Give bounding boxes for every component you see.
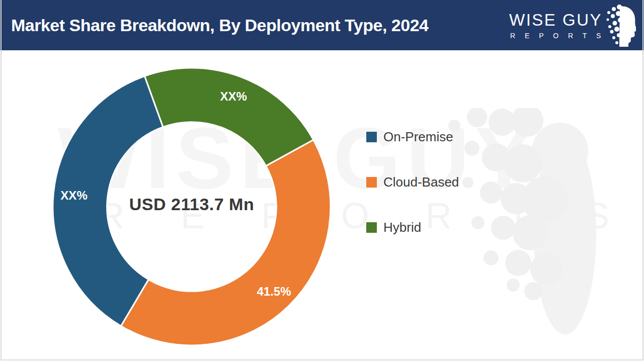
legend: On-Premise Cloud-Based Hybrid <box>366 131 459 266</box>
legend-label-cloud-based: Cloud-Based <box>383 174 459 190</box>
legend-item-on-premise: On-Premise <box>366 131 459 143</box>
segment-label-hybrid: XX% <box>220 89 247 103</box>
page-title: Market Share Breakdown, By Deployment Ty… <box>0 16 428 35</box>
logo-wordmark: WISE GUY R E P O R T S <box>509 11 605 40</box>
page: Market Share Breakdown, By Deployment Ty… <box>0 0 644 362</box>
legend-label-on-premise: On-Premise <box>383 129 453 145</box>
segment-label-cloud-based: 41.5% <box>257 285 291 298</box>
legend-swatch-cloud-based <box>366 177 377 188</box>
header-bar: Market Share Breakdown, By Deployment Ty… <box>0 0 644 50</box>
logo-line2-text: R E P O R T S <box>510 32 605 40</box>
legend-label-hybrid: Hybrid <box>383 220 421 235</box>
legend-item-hybrid: Hybrid <box>366 221 459 233</box>
segment-cloud-based <box>121 140 331 345</box>
center-value-label: USD 2113.7 Mn <box>66 195 317 214</box>
wise-guy-logo: WISE GUY R E P O R T S <box>509 4 636 47</box>
legend-swatch-hybrid <box>366 222 377 233</box>
segment-hybrid <box>145 68 313 166</box>
logo-head-icon <box>607 5 636 47</box>
legend-swatch-on-premise <box>366 132 377 142</box>
chart-area: WISE GUY R E P O R T S XX%41.5%XX% USD 2… <box>0 50 644 361</box>
legend-item-cloud-based: Cloud-Based <box>366 176 459 188</box>
logo-line1-text: WISE GUY <box>509 11 602 29</box>
